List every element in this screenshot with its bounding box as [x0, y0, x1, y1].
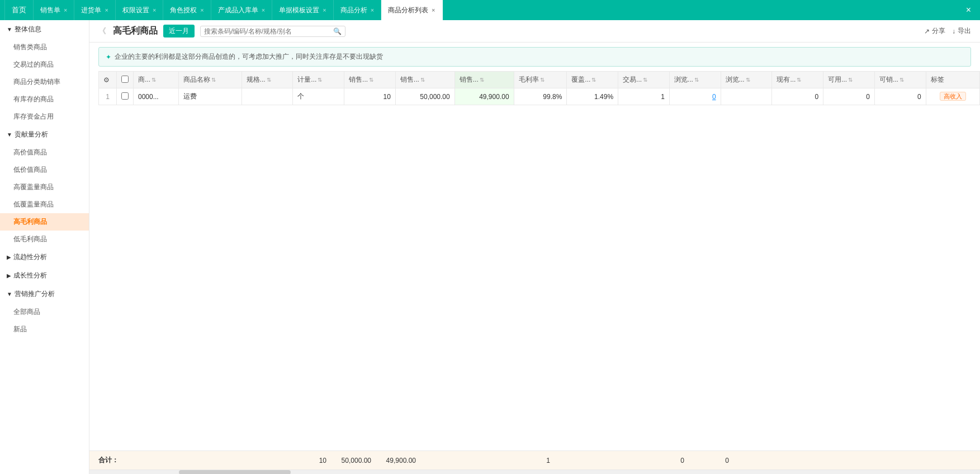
nav-template[interactable]: 单据模板设置 × — [272, 0, 333, 20]
nav-purchase-close[interactable]: × — [105, 7, 108, 13]
search-input[interactable] — [204, 27, 333, 35]
sidebar-item-stock-capital[interactable]: 库存资金占用 — [0, 108, 89, 125]
footer-label: 合计： — [98, 456, 119, 465]
th-tag[interactable]: 标签 — [926, 72, 979, 88]
footer-cells: 10 50,000.00 49,900.00 1 0 0 — [141, 457, 971, 464]
sort-icon-sales-cost: ⇅ — [480, 77, 484, 83]
cell-checkbox[interactable] — [117, 88, 134, 105]
nav-inbound-close[interactable]: × — [262, 7, 265, 13]
table-container: ⚙ 商... ⇅ 商品名称 — [89, 71, 980, 450]
sidebar-group-growth[interactable]: ▶ 成长性分析 — [0, 266, 89, 285]
table-footer: 合计： 10 50,000.00 49,900.00 1 0 0 — [89, 450, 980, 470]
th-saleable[interactable]: 可销... ⇅ — [874, 72, 926, 88]
filter-recent-month-button[interactable]: 近一月 — [163, 25, 195, 37]
th-code[interactable]: 商... ⇅ — [134, 72, 179, 88]
sidebar-item-category-rate[interactable]: 商品分类助销率 — [0, 73, 89, 91]
nav-sales-close[interactable]: × — [64, 7, 67, 13]
top-nav: 首页 销售单 × 进货单 × 权限设置 × 角色授权 × 产成品入库单 × 单据… — [0, 0, 980, 20]
sidebar-item-traded[interactable]: 交易过的商品 — [0, 56, 89, 73]
cell-sales-amount: 50,000.00 — [395, 88, 455, 105]
sidebar-item-in-stock[interactable]: 有库存的商品 — [0, 91, 89, 108]
footer-empty3 — [555, 457, 599, 464]
cell-view1[interactable]: 0 — [669, 88, 721, 105]
nav-permissions[interactable]: 权限设置 × — [116, 0, 163, 20]
sidebar-item-new-goods[interactable]: 新品 — [0, 321, 89, 338]
bottom-scrollbar[interactable] — [89, 470, 980, 474]
th-name[interactable]: 商品名称 ⇅ — [178, 72, 242, 88]
content-area: 《 高毛利商品 近一月 🔍 ↗ 分享 ↓ 导出 ✦ 企业的主要 — [89, 20, 980, 474]
th-view1[interactable]: 浏览... ⇅ — [669, 72, 721, 88]
table-row: 1 0000... 运费 个 10 50,000.00 49,900.00 99… — [99, 88, 980, 105]
cell-trade: 1 — [618, 88, 670, 105]
sort-icon-trade: ⇅ — [643, 77, 647, 83]
th-sales-cost[interactable]: 销售... ⇅ — [455, 72, 514, 88]
nav-template-close[interactable]: × — [323, 7, 326, 13]
main-layout: ▼ 整体信息 销售类商品 交易过的商品 商品分类助销率 有库存的商品 库存资金占… — [0, 20, 980, 474]
footer-sales-qty: 10 — [286, 457, 331, 464]
sidebar-item-low-coverage[interactable]: 低覆盖量商品 — [0, 196, 89, 213]
nav-purchase[interactable]: 进货单 × — [74, 0, 115, 20]
sidebar-item-sales-goods[interactable]: 销售类商品 — [0, 39, 89, 56]
th-trade[interactable]: 交易... ⇅ — [618, 72, 670, 88]
nav-analysis-list[interactable]: 商品分析列表 × — [381, 0, 442, 20]
cell-name: 运费 — [178, 88, 242, 105]
th-spec[interactable]: 规格... ⇅ — [242, 72, 293, 88]
cell-spec — [242, 88, 293, 105]
nav-permissions-close[interactable]: × — [153, 7, 156, 13]
sort-icon-view1: ⇅ — [694, 77, 699, 83]
nav-home[interactable]: 首页 — [4, 0, 34, 20]
cell-code: 0000... — [134, 88, 179, 105]
th-unit[interactable]: 计量... ⇅ — [293, 72, 344, 88]
th-gross-margin[interactable]: 毛利率 ⇅ — [514, 72, 567, 88]
data-table: ⚙ 商... ⇅ 商品名称 — [98, 71, 980, 105]
sidebar-item-high-margin[interactable]: 高毛利商品 — [0, 213, 89, 231]
th-sales-qty[interactable]: 销售... ⇅ — [344, 72, 396, 88]
nav-analysis-close[interactable]: × — [371, 7, 374, 13]
page-title: 高毛利商品 — [113, 25, 158, 37]
th-checkbox[interactable] — [117, 72, 134, 88]
th-setting[interactable]: ⚙ — [99, 72, 117, 88]
share-button[interactable]: ↗ 分享 — [924, 26, 945, 36]
sidebar-item-high-value[interactable]: 高价值商品 — [0, 144, 89, 161]
arrow-contribution: ▼ — [7, 132, 12, 138]
th-view2[interactable]: 浏览... ⇅ — [721, 72, 772, 88]
nav-sales[interactable]: 销售单 × — [34, 0, 74, 20]
sidebar: ▼ 整体信息 销售类商品 交易过的商品 商品分类助销率 有库存的商品 库存资金占… — [0, 20, 89, 474]
share-icon: ↗ — [924, 27, 930, 35]
footer-empty1 — [420, 457, 465, 464]
sidebar-item-low-value[interactable]: 低价值商品 — [0, 161, 89, 179]
nav-analysis-list-close[interactable]: × — [432, 7, 435, 13]
cell-view2 — [721, 88, 772, 105]
search-icon[interactable]: 🔍 — [333, 27, 342, 35]
window-close-button[interactable]: × — [962, 5, 976, 15]
nav-inbound[interactable]: 产成品入库单 × — [211, 0, 272, 20]
sidebar-item-low-margin[interactable]: 低毛利商品 — [0, 231, 89, 248]
select-all-checkbox[interactable] — [121, 76, 129, 83]
sidebar-group-contribution[interactable]: ▼ 贡献量分析 — [0, 125, 89, 144]
scrollbar-thumb[interactable] — [179, 470, 291, 474]
th-current[interactable]: 现有... ⇅ — [772, 72, 823, 88]
sidebar-collapse-button[interactable]: 《 — [98, 26, 106, 36]
sort-icon-saleable: ⇅ — [899, 77, 904, 83]
row-checkbox[interactable] — [121, 92, 129, 100]
cell-sales-cost: 49,900.00 — [455, 88, 514, 105]
sort-icon-sales-amount: ⇅ — [420, 77, 425, 83]
footer-trade: 1 — [510, 457, 555, 464]
sidebar-item-high-coverage[interactable]: 高覆盖量商品 — [0, 179, 89, 196]
footer-sales-cost: 49,900.00 — [376, 457, 420, 464]
nav-roles[interactable]: 角色授权 × — [163, 0, 211, 20]
th-sales-amount[interactable]: 销售... ⇅ — [395, 72, 455, 88]
th-coverage[interactable]: 覆盖... ⇅ — [567, 72, 618, 88]
sidebar-group-trend[interactable]: ▶ 流趋性分析 — [0, 248, 89, 266]
sidebar-group-marketing[interactable]: ▼ 营销推广分析 — [0, 285, 89, 303]
sidebar-group-overall[interactable]: ▼ 整体信息 — [0, 20, 89, 39]
sort-icon-name: ⇅ — [211, 77, 216, 83]
th-available[interactable]: 可用... ⇅ — [823, 72, 875, 88]
arrow-trend: ▶ — [7, 254, 11, 260]
nav-analysis[interactable]: 商品分析 × — [334, 0, 381, 20]
nav-roles-close[interactable]: × — [200, 7, 203, 13]
export-button[interactable]: ↓ 导出 — [952, 26, 971, 36]
sort-icon-coverage: ⇅ — [591, 77, 596, 83]
tip-icon: ✦ — [106, 53, 111, 61]
sidebar-item-all-goods[interactable]: 全部商品 — [0, 303, 89, 321]
